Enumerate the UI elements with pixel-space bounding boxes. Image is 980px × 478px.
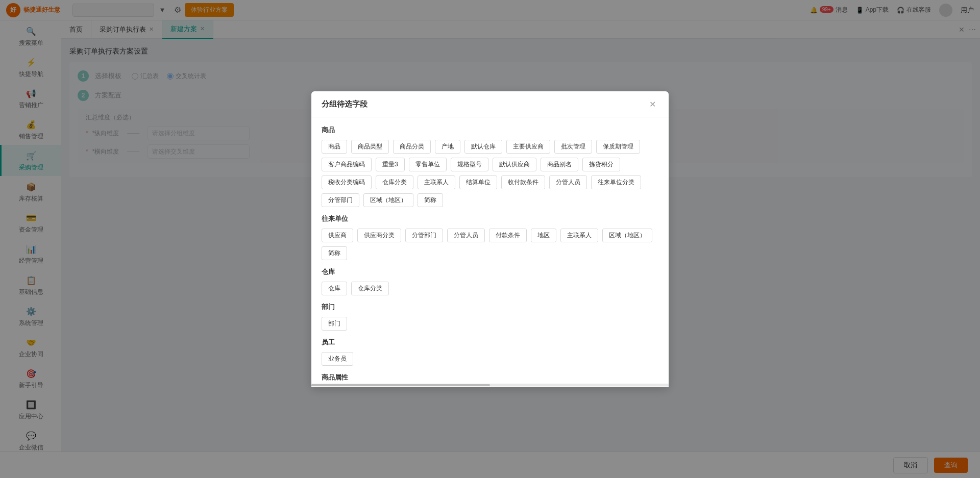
section-title-1: 往来单位 bbox=[322, 214, 658, 223]
tag-0-5[interactable]: 主要供应商 bbox=[506, 140, 550, 154]
tag-0-3[interactable]: 产地 bbox=[435, 140, 460, 154]
tag-0-18[interactable]: 结算单位 bbox=[459, 175, 497, 189]
tag-4-0[interactable]: 业务员 bbox=[322, 352, 353, 366]
tag-row-3: 部门 bbox=[322, 317, 658, 331]
tag-0-0[interactable]: 商品 bbox=[322, 140, 347, 154]
section-title-0: 商品 bbox=[322, 125, 658, 135]
tag-0-4[interactable]: 默认仓库 bbox=[464, 140, 502, 154]
tag-1-7[interactable]: 区域（地区） bbox=[602, 229, 652, 242]
modal-header: 分组待选字段 ✕ bbox=[311, 91, 669, 117]
tag-0-8[interactable]: 客户商品编码 bbox=[322, 158, 372, 171]
tag-row-1: 供应商供应商分类分管部门分管人员付款条件地区主联系人区域（地区）简称 bbox=[322, 229, 658, 260]
tag-0-17[interactable]: 主联系人 bbox=[418, 175, 455, 189]
section-title-2: 仓库 bbox=[322, 267, 658, 276]
tag-2-0[interactable]: 仓库 bbox=[322, 282, 347, 295]
tag-0-12[interactable]: 默认供应商 bbox=[493, 158, 536, 171]
tag-0-11[interactable]: 规格型号 bbox=[451, 158, 488, 171]
tag-0-21[interactable]: 往来单位分类 bbox=[591, 175, 641, 189]
tag-row-0: 商品商品类型商品分类产地默认仓库主要供应商批次管理保质期管理客户商品编码重量3零… bbox=[322, 140, 658, 207]
tag-0-9[interactable]: 重量3 bbox=[376, 158, 405, 171]
tag-1-5[interactable]: 地区 bbox=[531, 229, 556, 242]
horizontal-scrollbar[interactable] bbox=[311, 384, 669, 387]
tag-1-1[interactable]: 供应商分类 bbox=[357, 229, 401, 242]
tag-1-0[interactable]: 供应商 bbox=[322, 229, 353, 242]
tag-row-2: 仓库仓库分类 bbox=[322, 282, 658, 295]
tag-0-10[interactable]: 零售单位 bbox=[409, 158, 447, 171]
modal-title: 分组待选字段 bbox=[322, 99, 368, 109]
tag-0-22[interactable]: 分管部门 bbox=[322, 193, 359, 207]
tag-0-1[interactable]: 商品类型 bbox=[351, 140, 389, 154]
tag-1-3[interactable]: 分管人员 bbox=[447, 229, 485, 242]
tag-1-2[interactable]: 分管部门 bbox=[405, 229, 443, 242]
tag-0-16[interactable]: 仓库分类 bbox=[376, 175, 413, 189]
tag-0-6[interactable]: 批次管理 bbox=[554, 140, 592, 154]
tag-3-0[interactable]: 部门 bbox=[322, 317, 347, 331]
field-select-modal: 分组待选字段 ✕ 商品商品商品类型商品分类产地默认仓库主要供应商批次管理保质期管… bbox=[311, 91, 669, 387]
tag-0-19[interactable]: 收付款条件 bbox=[501, 175, 545, 189]
modal-close-button[interactable]: ✕ bbox=[646, 98, 658, 111]
section-title-5: 商品属性 bbox=[322, 373, 658, 382]
modal-body[interactable]: 商品商品商品类型商品分类产地默认仓库主要供应商批次管理保质期管理客户商品编码重量… bbox=[311, 117, 669, 384]
tag-0-2[interactable]: 商品分类 bbox=[393, 140, 431, 154]
tag-0-7[interactable]: 保质期管理 bbox=[596, 140, 640, 154]
tag-row-4: 业务员 bbox=[322, 352, 658, 366]
tag-0-23[interactable]: 区域（地区） bbox=[363, 193, 413, 207]
tag-2-1[interactable]: 仓库分类 bbox=[351, 282, 389, 295]
section-title-4: 员工 bbox=[322, 338, 658, 347]
tag-1-8[interactable]: 简称 bbox=[322, 246, 347, 260]
section-title-3: 部门 bbox=[322, 303, 658, 312]
tag-0-15[interactable]: 税收分类编码 bbox=[322, 175, 372, 189]
tag-1-6[interactable]: 主联系人 bbox=[560, 229, 598, 242]
modal-overlay: 分组待选字段 ✕ 商品商品商品类型商品分类产地默认仓库主要供应商批次管理保质期管… bbox=[0, 0, 980, 478]
tag-0-24[interactable]: 简称 bbox=[418, 193, 443, 207]
tag-0-14[interactable]: 拣货积分 bbox=[582, 158, 620, 171]
tag-1-4[interactable]: 付款条件 bbox=[489, 229, 527, 242]
tag-0-20[interactable]: 分管人员 bbox=[549, 175, 587, 189]
tag-0-13[interactable]: 商品别名 bbox=[541, 158, 578, 171]
